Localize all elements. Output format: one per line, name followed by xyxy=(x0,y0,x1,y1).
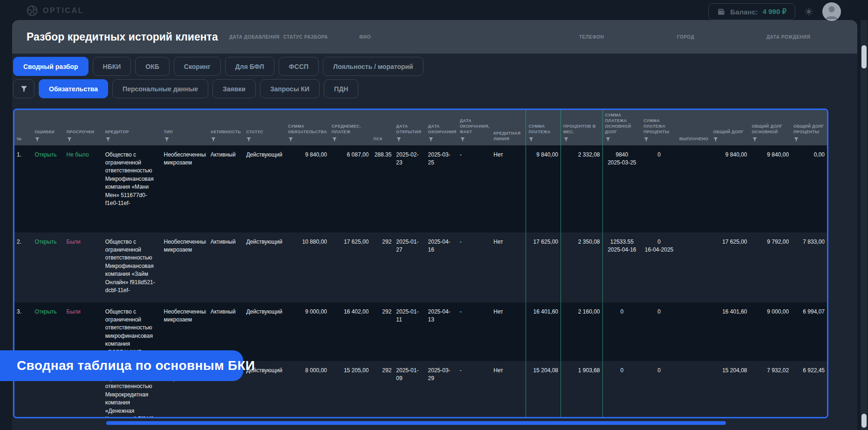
cell-payment_principal: 0 xyxy=(602,302,641,361)
theme-toggle-sun-icon[interactable] xyxy=(805,7,813,16)
topbar-right: Баланс: 4 990 ₽ xyxy=(708,2,841,21)
tab-skoring[interactable]: Скоринг xyxy=(174,57,221,76)
tab-pdn[interactable]: ПДН xyxy=(324,79,358,98)
tab-okb[interactable]: ОКБ xyxy=(135,57,170,76)
client-list-header-3: ТЕЛЕФОН xyxy=(579,34,604,40)
client-list-header-0: ДАТА ДОБАВЛЕНИЯ xyxy=(229,34,280,40)
cell-amount: 8 000,00 xyxy=(286,361,329,418)
tab-zaprosy-ki[interactable]: Запросы КИ xyxy=(260,79,320,98)
cell-total_interest: 6 994,07 xyxy=(791,302,827,361)
open-errors-link[interactable]: Открыть xyxy=(34,239,56,245)
vertical-scrollbar[interactable] xyxy=(861,20,868,430)
cell-avg_payment: 17 625,00 xyxy=(329,232,371,302)
cell-avg_payment: 6 087,00 xyxy=(329,145,371,232)
cell-errors: Открыть xyxy=(32,232,64,302)
overdue-status: Были xyxy=(67,308,81,315)
column-header-credit_line: КРЕДИТНАЯ ЛИНИЯ xyxy=(491,110,526,145)
client-list-header-4: ГОРОД xyxy=(677,34,694,40)
column-header-payment_interest: СУММА ПЛАТЕЖА ПРОЦЕНТЫ xyxy=(641,110,677,145)
cell-payment_sum: 9 840,00 xyxy=(526,145,561,232)
filter-icon[interactable] xyxy=(713,137,747,142)
table-header-row: №ОШИБКИПРОСРОЧКИКРЕДИТОРТИПАКТИВНОСТЬСТА… xyxy=(14,110,827,145)
filter-icon[interactable] xyxy=(105,137,159,142)
balance-chip[interactable]: Баланс: 4 990 ₽ xyxy=(708,3,795,20)
tab-obyazatelstva[interactable]: Обязательства xyxy=(39,79,108,98)
cell-status: Действующий xyxy=(244,145,286,232)
filter-icon[interactable] xyxy=(563,137,600,142)
table-row: 1.ОткрытьНе былоОбщество с ограниченной … xyxy=(14,145,827,232)
column-header-date_end: ДАТА ОКОНЧАНИЯ xyxy=(426,110,458,145)
column-header-paid: ВЫПЛАЧЕНО xyxy=(677,110,711,145)
cell-creditor: Общество с ограниченной ответственностью… xyxy=(103,145,162,232)
table-row: 2.ОткрытьБылиОбщество с ограниченной отв… xyxy=(14,232,827,302)
column-header-date_open: ДАТА ОТКРЫТИЯ xyxy=(394,110,425,145)
column-header-date_end_fact: ДАТА ОКОНЧАНИЯ, ФАКТ xyxy=(458,110,491,145)
cell-avg_payment: 15 205,00 xyxy=(329,361,371,418)
filter-icon[interactable] xyxy=(164,137,206,142)
cell-payment_sum: 15 204,08 xyxy=(526,361,561,418)
user-avatar[interactable] xyxy=(822,2,841,21)
overdue-status: Были xyxy=(67,239,81,245)
column-label-total_principal: ОБЩИЙ ДОЛГ ОСНОВНОЙ xyxy=(752,123,789,135)
column-label-paid: ВЫПЛАЧЕНО xyxy=(679,136,708,142)
filter-icon[interactable] xyxy=(396,137,423,142)
filter-icon[interactable] xyxy=(34,137,62,142)
filter-icon[interactable] xyxy=(643,137,675,142)
open-errors-link[interactable]: Открыть xyxy=(34,151,56,158)
cell-num: 1. xyxy=(14,145,32,232)
cell-date_end: 2025-03-29 xyxy=(426,361,458,418)
column-label-date_end: ДАТА ОКОНЧАНИЯ xyxy=(428,123,455,135)
cell-type: Необеспеченный микрозаем xyxy=(162,145,208,232)
filter-icon[interactable] xyxy=(752,137,789,142)
section-tabs: ОбязательстваПерсональные данныеЗаявкиЗа… xyxy=(13,79,358,98)
cell-payment_principal: 9840 2025-03-25 xyxy=(602,145,641,232)
vertical-scrollbar-thumb[interactable] xyxy=(861,45,867,68)
filter-button[interactable] xyxy=(13,79,34,98)
column-label-errors: ОШИБКИ xyxy=(34,129,62,135)
client-list-header-1: СТАТУС РАЗБОРА xyxy=(283,34,328,40)
column-header-total_debt: ОБЩИЙ ДОЛГ xyxy=(711,110,749,145)
tab-zayavki[interactable]: Заявки xyxy=(212,79,256,98)
tab-personalnye-dannye[interactable]: Персональные данные xyxy=(112,79,208,98)
column-label-payment_sum: СУММА ПЛАТЕЖА xyxy=(528,123,558,135)
cell-payment_sum: 17 625,00 xyxy=(526,232,561,302)
cell-overdue: Не было xyxy=(64,145,103,232)
column-label-date_end_fact: ДАТА ОКОНЧАНИЯ, ФАКТ xyxy=(460,118,489,135)
tab-nbki[interactable]: НБКИ xyxy=(93,57,131,76)
filter-icon[interactable] xyxy=(211,137,242,142)
open-errors-link[interactable]: Открыть xyxy=(34,308,56,315)
tab-dlya-bfl[interactable]: Для БФЛ xyxy=(225,57,274,76)
filter-icon[interactable] xyxy=(460,137,489,142)
filter-icon[interactable] xyxy=(332,137,369,142)
cell-payment_interest: 0 xyxy=(641,302,677,361)
column-label-overdue: ПРОСРОЧКИ xyxy=(67,129,101,135)
cell-paid xyxy=(677,361,711,418)
tab-svodny-razbor[interactable]: Сводный разбор xyxy=(13,57,89,76)
tab-fssp[interactable]: ФССП xyxy=(279,57,319,76)
cell-status: Действующий xyxy=(244,302,286,361)
cell-percent_month: 2 350,08 xyxy=(561,232,603,302)
filter-icon[interactable] xyxy=(67,137,101,142)
column-header-total_principal: ОБЩИЙ ДОЛГ ОСНОВНОЙ xyxy=(750,110,792,145)
cell-credit_line: Нет xyxy=(491,145,526,232)
cell-amount: 9 000,00 xyxy=(286,302,329,361)
filter-icon[interactable] xyxy=(528,137,558,142)
cell-percent_month: 2 160,00 xyxy=(561,302,603,361)
info-banner-text: Сводная таблица по основным БКИ xyxy=(17,358,255,373)
cell-paid xyxy=(677,232,711,302)
filter-icon[interactable] xyxy=(428,137,455,142)
vertical-scrollbar-bottom-thumb[interactable] xyxy=(861,414,867,428)
filter-icon[interactable] xyxy=(246,137,283,142)
column-label-payment_interest: СУММА ПЛАТЕЖА ПРОЦЕНТЫ xyxy=(643,118,675,135)
cell-status: Действующий xyxy=(244,232,286,302)
cell-type: Необеспеченный микрозаем xyxy=(162,232,208,302)
cell-errors: Открыть xyxy=(32,145,64,232)
filter-icon[interactable] xyxy=(793,137,825,142)
filter-icon[interactable] xyxy=(605,137,639,142)
section-tabs-list: ОбязательстваПерсональные данныеЗаявкиЗа… xyxy=(39,79,358,98)
filter-icon[interactable] xyxy=(288,137,327,142)
column-header-errors: ОШИБКИ xyxy=(32,110,64,145)
horizontal-scrollbar-thumb[interactable] xyxy=(106,421,726,425)
balance-label: Баланс: xyxy=(730,8,758,16)
tab-loyalnost-moratoriy[interactable]: Лояльность / мораторий xyxy=(323,57,424,76)
